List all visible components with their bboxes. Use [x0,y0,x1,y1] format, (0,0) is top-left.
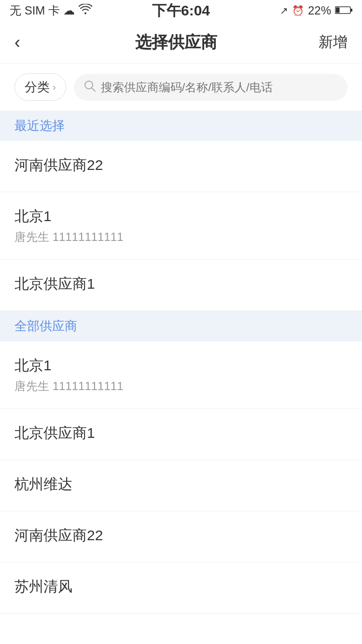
status-bar-right: ↗ ⏰ 22% [280,4,352,17]
list-item[interactable]: 北京供应商1 [0,260,362,311]
category-label: 分类 [25,79,50,96]
search-input[interactable] [101,81,338,94]
item-name: 杭州维达 [14,475,348,494]
item-name: 北京1 [14,356,348,376]
category-filter-button[interactable]: 分类 › [14,73,66,101]
svg-rect-2 [350,9,352,12]
battery-percent: 22% [308,4,331,17]
battery-icon [335,4,352,17]
chevron-icon: › [53,82,56,93]
list-item[interactable]: 河南供应商22 [0,511,362,562]
filter-bar: 分类 › [0,64,362,111]
list-item[interactable]: 苏州清风 [0,562,362,614]
location-icon: ↗ [280,5,288,16]
no-sim-label: 无 SIM 卡 ☁ [10,3,75,18]
item-name: 河南供应商22 [14,526,348,546]
back-button[interactable]: ‹ [14,32,43,53]
nav-bar: ‹ 选择供应商 新增 [0,21,362,64]
all-section-label: 全部供应商 [14,319,77,333]
svg-rect-1 [336,8,340,13]
page-title: 选择供应商 [135,31,217,54]
search-box [74,74,348,101]
new-button[interactable]: 新增 [309,32,348,52]
recent-items-list: 河南供应商22北京1唐先生 11111111111北京供应商1 [0,141,362,311]
all-section-header: 全部供应商 [0,311,362,341]
item-detail: 唐先生 11111111111 [14,229,348,245]
item-detail: 唐先生 11111111111 [14,378,348,394]
list-item[interactable]: 北京1唐先生 11111111111 [0,341,362,409]
list-item[interactable]: 杭州维达 [0,460,362,511]
all-items-list: 北京1唐先生 11111111111北京供应商1杭州维达河南供应商22苏州清风 [0,341,362,614]
item-name: 河南供应商22 [14,155,348,175]
wifi-icon [79,4,92,17]
item-name: 苏州清风 [14,577,348,597]
status-bar: 无 SIM 卡 ☁ 下午6:04 ↗ ⏰ 22% [0,0,362,21]
recent-section-header: 最近选择 [0,111,362,141]
search-icon [84,80,96,95]
item-name: 北京供应商1 [14,423,348,443]
status-bar-left: 无 SIM 卡 ☁ [10,3,92,18]
alarm-icon: ⏰ [292,5,304,16]
svg-line-4 [92,88,95,91]
list-item[interactable]: 北京供应商1 [0,409,362,460]
list-item[interactable]: 河南供应商22 [0,141,362,192]
recent-section-label: 最近选择 [14,118,65,133]
item-name: 北京1 [14,207,348,226]
item-name: 北京供应商1 [14,274,348,294]
status-bar-time: 下午6:04 [152,1,210,21]
list-item[interactable]: 北京1唐先生 11111111111 [0,192,362,260]
